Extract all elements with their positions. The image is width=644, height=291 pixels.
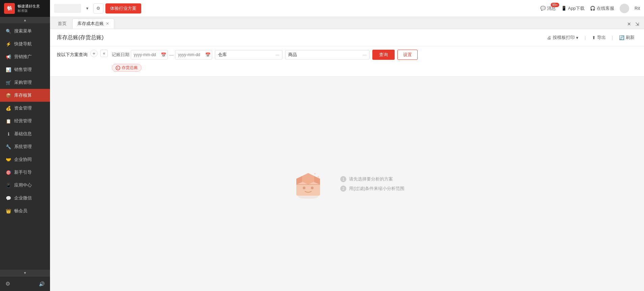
export-btn[interactable]: ⬆ 导出	[589, 33, 609, 42]
date-label: 记账日期	[112, 52, 129, 58]
print-btn[interactable]: 🖨 按模板打印 ▾	[544, 33, 581, 42]
date-start-input[interactable]: 📅	[131, 50, 168, 59]
sidebar-item-label: 企业微信	[14, 195, 32, 201]
sidebar-item-search[interactable]: 🔍 搜索菜单	[0, 25, 50, 38]
date-separator: —	[169, 52, 174, 57]
sidebar-item-label: 营销推广	[14, 54, 32, 60]
app-edition: 标准版	[18, 8, 40, 13]
query-btn[interactable]: 查询	[372, 50, 395, 60]
app-download-btn[interactable]: 📱 App下载	[561, 5, 585, 11]
user-avatar[interactable]	[620, 4, 629, 13]
settings-icon[interactable]: ⚙	[5, 281, 10, 287]
message-btn[interactable]: 💬 消息 99+	[540, 5, 556, 11]
app-name: 畅捷通好生意	[18, 4, 40, 8]
scroll-down-icon[interactable]: ▼	[23, 271, 27, 275]
sidebar-scroll-up[interactable]: ▲	[0, 17, 50, 23]
sidebar-item-basic-info[interactable]: ℹ 基础信息	[0, 127, 50, 140]
date-end-field[interactable]	[178, 52, 205, 57]
gear-icon: ⚙	[96, 6, 100, 11]
empty-illustration	[290, 164, 330, 204]
tab-resize-btn[interactable]: ⇲	[633, 21, 641, 27]
sidebar-item-label: 资金管理	[14, 105, 32, 111]
step-2-num: 2	[340, 186, 346, 192]
online-service-btn[interactable]: 🎧 在线客服	[590, 5, 614, 11]
sidebar-item-guide[interactable]: 🎯 新手引导	[0, 166, 50, 179]
scroll-up-icon[interactable]: ▲	[23, 18, 27, 22]
sidebar-scroll-down[interactable]: ▼	[0, 270, 50, 276]
sidebar-item-label: 企业协同	[14, 156, 32, 163]
svg-point-9	[311, 187, 314, 189]
sidebar-item-label: 经营管理	[14, 118, 32, 124]
sidebar-item-system[interactable]: 🔧 系统管理	[0, 140, 50, 153]
app-download-label: App下载	[568, 5, 585, 11]
finance-icon: 💰	[5, 105, 11, 111]
page-actions: 🖨 按模板打印 ▾ | ⬆ 导出 | 🔄 刷新	[544, 33, 637, 42]
guide-icon: 🎯	[5, 169, 11, 175]
refresh-label: 刷新	[626, 34, 635, 41]
industry-btn[interactable]: 体验行业方案	[105, 3, 141, 14]
sidebar-item-label: 畅会员	[14, 208, 27, 214]
warehouse-more-icon[interactable]: ···	[275, 52, 279, 57]
sidebar-item-app-center[interactable]: 📱 应用中心	[0, 179, 50, 192]
product-select[interactable]: 商品 ···	[285, 50, 370, 59]
filter-add-btn[interactable]: +	[90, 50, 98, 57]
sidebar-item-label: 快捷导航	[14, 41, 32, 47]
filter-settings-btn[interactable]: 设置	[397, 50, 418, 60]
main-area: ▾ ⚙ 体验行业方案 💬 消息 99+ 📱 App下载 🎧 在线客服 Rit	[50, 0, 644, 291]
sidebar-nav: 🔍 搜索菜单 ⚡ 快捷导航 📢 营销推广 📊 销售管理 🛒 采购管理 📦 库存核…	[0, 23, 50, 270]
empty-state: 1 请先选择要分析的方案 2 用[过滤]条件来缩小分析范围	[290, 164, 404, 204]
print-dropdown-icon[interactable]: ▾	[576, 35, 578, 40]
marketing-icon: 📢	[5, 54, 11, 60]
vip-icon: 👑	[5, 208, 11, 214]
filter-row-2: S 存货总账	[112, 64, 637, 73]
sidebar-item-operation[interactable]: 📋 经营管理	[0, 115, 50, 127]
sidebar-item-wechat[interactable]: 💬 企业微信	[0, 192, 50, 204]
header-dropdown-btn[interactable]: ▾	[83, 4, 91, 13]
sidebar-item-enterprise[interactable]: 🤝 企业协同	[0, 153, 50, 166]
sidebar-item-sales[interactable]: 📊 销售管理	[0, 63, 50, 76]
header-settings-btn[interactable]: ⚙	[93, 3, 103, 14]
sidebar-item-marketing[interactable]: 📢 营销推广	[0, 50, 50, 63]
svg-point-8	[303, 187, 305, 189]
basic-info-icon: ℹ	[5, 131, 11, 137]
header-right: 💬 消息 99+ 📱 App下载 🎧 在线客服 Rit	[540, 4, 640, 13]
sidebar-item-label: 系统管理	[14, 144, 32, 150]
page-header: 库存总账(存货总账) 🖨 按模板打印 ▾ | ⬆ 导出 | 🔄 刷新	[50, 29, 644, 46]
tab-home[interactable]: 首页	[53, 19, 72, 29]
sidebar-bottom: ⚙ 🔊	[0, 276, 50, 291]
sidebar-item-purchase[interactable]: 🛒 采购管理	[0, 76, 50, 89]
sidebar-item-inventory[interactable]: 📦 库存核算	[0, 89, 50, 102]
header-nav-area: ▾ ⚙ 体验行业方案	[54, 3, 538, 14]
svg-point-11	[314, 173, 316, 174]
scheme-icon: S	[116, 66, 120, 70]
empty-step-2: 2 用[过滤]条件来缩小分析范围	[340, 186, 404, 192]
filter-row-1: 记账日期 📅 — 📅 仓库 ··· 商品	[112, 50, 637, 60]
tab-close-btn[interactable]: ✕	[106, 22, 109, 26]
online-service-label: 在线客服	[597, 5, 614, 11]
date-start-field[interactable]	[134, 52, 161, 57]
speaker-icon[interactable]: 🔊	[39, 281, 45, 287]
tab-close-all-btn[interactable]: ✕	[625, 21, 633, 27]
action-divider-2: |	[612, 35, 613, 40]
sales-icon: 📊	[5, 67, 11, 73]
filter-collapse-btn[interactable]: «	[100, 50, 108, 57]
refresh-btn[interactable]: 🔄 刷新	[616, 33, 637, 42]
warehouse-select[interactable]: 仓库 ···	[215, 50, 282, 59]
sidebar-item-label: 销售管理	[14, 67, 32, 73]
service-icon: 🎧	[590, 6, 595, 11]
calendar-start-icon[interactable]: 📅	[161, 52, 166, 57]
sidebar-item-quick-nav[interactable]: ⚡ 快捷导航	[0, 38, 50, 50]
sidebar-item-finance[interactable]: 💰 资金管理	[0, 102, 50, 115]
product-more-icon[interactable]: ···	[363, 52, 367, 57]
calendar-end-icon[interactable]: 📅	[205, 52, 210, 57]
top-header: ▾ ⚙ 体验行业方案 💬 消息 99+ 📱 App下载 🎧 在线客服 Rit	[50, 0, 644, 17]
tab-inventory-cost-ledger[interactable]: 库存成本总账 ✕	[72, 19, 114, 29]
sidebar-item-label: 新手引导	[14, 169, 32, 175]
scheme-tag[interactable]: S 存货总账	[112, 64, 142, 72]
user-name: Rit	[635, 6, 640, 11]
tab-label: 库存成本总账	[77, 21, 104, 27]
wechat-icon: 💬	[5, 195, 11, 201]
date-end-input[interactable]: 📅	[175, 50, 212, 59]
quick-nav-icon: ⚡	[5, 41, 11, 47]
sidebar-item-vip[interactable]: 👑 畅会员	[0, 204, 50, 217]
